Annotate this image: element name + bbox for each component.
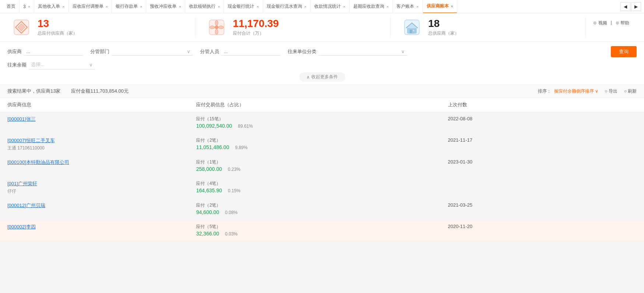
dept-filter-label: 分管部门 xyxy=(90,48,109,55)
nav-tab-collection-stat[interactable]: 收款情况统计 × xyxy=(311,0,349,13)
payable-suppliers-label: 总应付供应商（家） xyxy=(38,30,77,37)
trans-amount-2[interactable]: 11,051,486.00 xyxy=(196,144,229,150)
top-navigation: 首页 3 × 其他收入单 × 应收应付调整单 × 银行存款单 × 预收冲应收单 … xyxy=(0,0,644,13)
filter-category: 往来单位分类 ∨ xyxy=(288,48,407,56)
col-header-supplier: 供应商信息 xyxy=(7,101,196,108)
query-button[interactable]: 查询 xyxy=(611,46,637,57)
nav-tab-other-income-label: 其他收入单 xyxy=(38,3,60,10)
nav-tab-receipt-review-label: 收款核销执行 xyxy=(189,3,216,10)
close-icon[interactable]: × xyxy=(256,4,259,9)
trans-percent-1: 89.61% xyxy=(238,124,253,129)
nav-tab-3[interactable]: 3 × xyxy=(20,0,34,13)
person-filter-label: 分管人员 xyxy=(200,48,219,55)
supplier-input[interactable] xyxy=(24,48,83,56)
supplier-link-4[interactable]: [001]广州荣轩 xyxy=(7,180,196,187)
chevron-down-icon: ∨ xyxy=(89,62,93,68)
table-row: [001]广州荣轩 仔仔 应付（4笔） 164,635.90 0.15% xyxy=(0,177,644,199)
result-text-2: 应付金额111,703,854.00元 xyxy=(71,88,128,94)
result-separator xyxy=(63,88,68,94)
trans-percent-2: 9.89% xyxy=(235,145,248,150)
col-header-last-pay: 上次付数 xyxy=(448,101,574,108)
card-payable-total-text: 11,170.39 应付合计（万） xyxy=(233,18,279,37)
nav-tab-bank-deposit[interactable]: 银行存款单 × xyxy=(112,0,146,13)
close-icon[interactable]: × xyxy=(386,4,389,9)
nav-tab-cash-bank-stat[interactable]: 现金银行统计 × xyxy=(224,0,263,13)
close-icon[interactable]: × xyxy=(62,4,64,9)
nav-tab-ap-adjustment[interactable]: 应收应付调整单 × xyxy=(69,0,112,13)
transaction-info-1: 应付（15笔） 100,092,540.00 89.61% xyxy=(196,116,448,129)
col-header-extra xyxy=(574,101,637,108)
close-icon[interactable]: × xyxy=(28,4,30,9)
nav-tab-3-label: 3 xyxy=(23,4,26,9)
close-icon[interactable]: × xyxy=(179,4,181,9)
balance-filter-label: 往来余额 xyxy=(7,62,27,68)
nav-tab-cash-bank-stat-label: 现金银行统计 xyxy=(228,3,254,10)
video-link[interactable]: ⊙ 视频 xyxy=(593,20,607,26)
transaction-info-5: 应付（2笔） 94,600.00 0.08% xyxy=(196,202,448,215)
trans-amount-6[interactable]: 32,366.00 xyxy=(196,231,219,237)
close-icon[interactable]: × xyxy=(218,4,220,9)
transaction-info-3: 应付（1笔） 258,000.00 0.23% xyxy=(196,159,448,172)
refresh-button[interactable]: ○ 刷新 xyxy=(624,88,637,94)
trans-label-1: 应付（15笔） xyxy=(196,116,448,122)
nav-arrow-right[interactable]: ▶ xyxy=(631,2,641,11)
category-select[interactable]: ∨ xyxy=(319,48,407,56)
trans-amount-5[interactable]: 94,600.00 xyxy=(196,209,219,215)
trans-amount-4[interactable]: 164,635.90 xyxy=(196,187,222,193)
close-icon[interactable]: × xyxy=(140,4,142,9)
balance-select[interactable]: 选择... ∨ xyxy=(29,60,95,69)
dept-select[interactable]: ∨ xyxy=(112,48,193,56)
supplier-link-6[interactable]: [000002]李四 xyxy=(7,224,196,230)
close-icon[interactable]: × xyxy=(416,4,419,9)
close-icon[interactable]: × xyxy=(343,4,345,9)
refresh-icon: ○ xyxy=(624,89,627,94)
store-icon xyxy=(402,17,422,38)
trans-info-2: 应付（2笔） 11,051,486.00 9.89% xyxy=(196,137,448,150)
supplier-link-3[interactable]: [000100]本特勤油品有限公司 xyxy=(7,159,196,166)
table-body: [000001]张三 应付（15笔） 100,092,540.00 89.61%… xyxy=(0,112,644,293)
person-input[interactable] xyxy=(221,48,280,56)
table-row: [000001]张三 应付（15笔） 100,092,540.00 89.61%… xyxy=(0,112,644,134)
nav-tab-customer-account[interactable]: 客户账本 × xyxy=(393,0,423,13)
svg-point-4 xyxy=(215,25,218,29)
nav-tab-supplier-account-label: 供应商账本 xyxy=(427,3,449,9)
nav-arrow-left[interactable]: ◀ xyxy=(620,2,630,11)
filter-balance: 往来余额 选择... ∨ xyxy=(7,60,95,69)
trans-amount-1[interactable]: 100,092,540.00 xyxy=(196,123,232,129)
export-button[interactable]: ○ 导出 xyxy=(605,88,617,94)
svg-point-7 xyxy=(210,26,215,29)
trans-row-6: 32,366.00 0.03% xyxy=(196,231,448,237)
close-icon[interactable]: × xyxy=(304,4,307,9)
trans-row-4: 164,635.90 0.15% xyxy=(196,187,448,193)
nav-tab-receipt-review[interactable]: 收款核销执行 × xyxy=(185,0,224,13)
nav-tab-cash-flow-query[interactable]: 现金银行流水查询 × xyxy=(263,0,311,13)
help-link[interactable]: ⊙ 帮助 xyxy=(616,20,629,26)
svg-rect-11 xyxy=(410,30,412,33)
close-icon[interactable]: × xyxy=(106,4,108,9)
nav-tab-supplier-account[interactable]: 供应商账本 × xyxy=(423,0,457,13)
sort-label: 排序： xyxy=(538,88,551,94)
nav-tab-home[interactable]: 首页 xyxy=(3,0,20,13)
supplier-link-5[interactable]: [000012]广州贝瑞 xyxy=(7,202,196,209)
nav-tab-overdue-query-label: 超期应收款查询 xyxy=(353,3,384,10)
trans-info-6: 应付（5笔） 32,366.00 0.03% xyxy=(196,224,448,237)
supplier-info-1: [000001]张三 xyxy=(7,116,196,123)
supplier-link-1[interactable]: [000001]张三 xyxy=(7,116,196,123)
trans-amount-3[interactable]: 258,000.00 xyxy=(196,166,222,172)
col-header-transaction: 应付交易信息（占比） xyxy=(196,101,448,108)
close-icon[interactable]: × xyxy=(451,4,453,8)
nav-tab-overdue-query[interactable]: 超期应收款查询 × xyxy=(350,0,393,13)
nav-tab-other-income[interactable]: 其他收入单 × xyxy=(34,0,69,13)
nav-tab-advance-offset[interactable]: 预收冲应收单 × xyxy=(146,0,185,13)
sort-select[interactable]: 按应付余额倒序排序 ∨ xyxy=(554,88,598,94)
trans-label-5: 应付（2笔） xyxy=(196,202,448,208)
svg-point-8 xyxy=(218,26,224,29)
collapse-bar: ∧ 收起更多条件 xyxy=(7,72,637,82)
trans-percent-5: 0.08% xyxy=(225,210,238,215)
supplier-link-2[interactable]: [000007]恒旺二手叉车 xyxy=(7,137,196,144)
nav-tab-home-label: 首页 xyxy=(7,3,15,10)
supplier-info-3: [000100]本特勤油品有限公司 xyxy=(7,159,196,166)
collapse-button[interactable]: ∧ 收起更多条件 xyxy=(299,72,345,82)
supplier-sub-4: 仔仔 xyxy=(7,188,196,194)
trans-info-3: 应付（1笔） 258,000.00 0.23% xyxy=(196,159,448,172)
